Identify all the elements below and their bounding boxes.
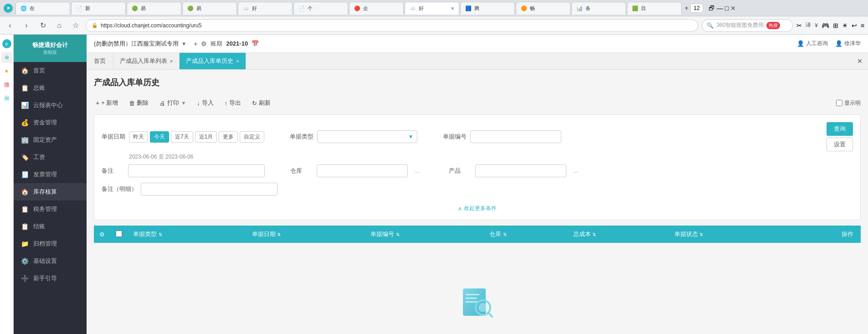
currency-icon[interactable]: ¥: [815, 22, 818, 29]
translate-icon[interactable]: 译: [806, 21, 811, 29]
minimize-icon[interactable]: —: [717, 5, 723, 12]
browser-tab-4[interactable]: 🟢 易: [182, 2, 237, 15]
refresh-button[interactable]: ↻: [36, 19, 49, 32]
breadcrumb-home[interactable]: 首页: [87, 53, 113, 69]
browser-tab-1[interactable]: 🌐 在: [15, 2, 70, 15]
browser-tab-12[interactable]: 🟩 目: [627, 2, 682, 15]
browser-tab-7[interactable]: 🔴 企: [349, 2, 404, 15]
browser-tab-9[interactable]: 🟦 腾: [460, 2, 515, 15]
sidebar-item-funds[interactable]: 💰 资金管理: [14, 114, 87, 131]
search-bar[interactable]: 🔍 360智能抠图免费用 热搜: [702, 19, 793, 32]
col-status[interactable]: 单据状态 ⇅: [669, 226, 788, 243]
sidebar-item-more[interactable]: ➕ 新手引导: [14, 270, 87, 287]
new-tab-button[interactable]: +: [684, 4, 688, 12]
browser-tab-11[interactable]: 📊 各: [571, 2, 626, 15]
date-today[interactable]: 今天: [150, 131, 169, 143]
select-all-checkbox[interactable]: [116, 231, 122, 237]
date-custom[interactable]: 自定义: [240, 131, 264, 143]
left-icon-mail[interactable]: ✉: [1, 93, 12, 104]
undo-icon[interactable]: ↩: [852, 22, 857, 29]
tab-count-badge: 12: [690, 4, 703, 13]
show-detail-checkbox[interactable]: [836, 100, 842, 106]
col-type[interactable]: 单据类型 ⇅: [128, 226, 247, 243]
date-1month[interactable]: 近1月: [195, 131, 217, 143]
forward-button[interactable]: ›: [20, 19, 33, 32]
sidebar-item-checkout[interactable]: 📋 结账: [14, 218, 87, 235]
print-button[interactable]: 🖨 打印 ▼: [158, 98, 188, 108]
date-more[interactable]: 更多: [219, 131, 238, 143]
sidebar-item-invoice[interactable]: 🧾 发票管理: [14, 166, 87, 183]
browser-tab-2[interactable]: 📄 新: [71, 2, 126, 15]
user-button[interactable]: 👤 徐泽华: [835, 40, 861, 47]
tab-list[interactable]: 产成品入库单列表 ×: [113, 53, 180, 69]
scissors-icon[interactable]: ✂: [796, 22, 802, 29]
tab-history[interactable]: 产成品入库单历史 ×: [180, 53, 246, 69]
number-input[interactable]: [470, 130, 561, 143]
account-selector[interactable]: (勿删勿禁用）江西服宝测试专用 ▼: [94, 40, 186, 48]
browser-tab-3[interactable]: 🟢 易: [127, 2, 181, 15]
col-type-sort: ⇅: [159, 232, 162, 237]
settings-icon[interactable]: ⚙: [201, 40, 207, 47]
left-icon-2[interactable]: ⊕: [1, 52, 12, 63]
browser-tab-5[interactable]: ☁️ 好: [238, 2, 293, 15]
type-select[interactable]: ▼: [317, 130, 417, 143]
game-icon[interactable]: 🎮: [822, 22, 829, 29]
settings-ext-icon[interactable]: ≡: [861, 22, 864, 29]
col-gear[interactable]: ⚙: [94, 226, 110, 243]
browser-tab-10[interactable]: 🟠 畅: [516, 2, 570, 15]
col-number[interactable]: 单据编号 ⇅: [365, 226, 484, 243]
warehouse-input[interactable]: [317, 164, 408, 177]
delete-button[interactable]: 🗑 删除: [127, 98, 150, 108]
tab-history-close[interactable]: ×: [236, 58, 239, 64]
maximize-icon[interactable]: □: [725, 5, 729, 12]
tab-8-close[interactable]: ✕: [451, 6, 454, 11]
theme-icon[interactable]: ☀: [842, 22, 848, 29]
left-icon-1[interactable]: e: [1, 38, 12, 49]
tab-list-close[interactable]: ×: [170, 58, 173, 64]
add-button[interactable]: + + 新增: [94, 98, 120, 108]
product-input[interactable]: [475, 164, 566, 177]
calendar-icon[interactable]: 📅: [252, 40, 259, 47]
col-warehouse[interactable]: 仓库 ⇅: [484, 226, 567, 243]
settings-button[interactable]: 设置: [827, 138, 853, 151]
export-button[interactable]: ↑ 导出: [223, 98, 243, 108]
back-button[interactable]: ‹: [4, 19, 16, 32]
left-icon-weibo[interactable]: 微: [1, 79, 12, 90]
bookmark-button[interactable]: ☆: [69, 19, 82, 32]
remark-input[interactable]: [128, 164, 265, 177]
sidebar-item-payroll[interactable]: 🏷️ 工资: [14, 149, 87, 166]
sidebar-item-basic[interactable]: ⚙️ 基础设置: [14, 252, 87, 270]
warehouse-ellipsis[interactable]: ...: [411, 168, 423, 174]
sidebar-item-tax[interactable]: 📋 税务管理: [14, 200, 87, 218]
url-bar[interactable]: 🔒 https://cloud.chanjet.com/accounting/u…: [86, 19, 698, 32]
import-button[interactable]: ↓ 导入: [195, 98, 216, 108]
browser-tab-8[interactable]: ☁️ 好 ✕: [405, 2, 459, 15]
browser-tab-6[interactable]: 📄 个: [293, 2, 348, 15]
product-ellipsis[interactable]: ...: [570, 168, 582, 174]
sidebar-item-fixed[interactable]: 🏢 固定资产: [14, 131, 87, 149]
query-button[interactable]: 查询: [827, 122, 853, 136]
col-checkbox[interactable]: [110, 226, 128, 243]
col-date[interactable]: 单据日期 ⇅: [247, 226, 365, 243]
sidebar-item-ledger[interactable]: 📋 总账: [14, 79, 87, 97]
tab-close-button[interactable]: ✕: [852, 53, 868, 69]
add-account-button[interactable]: +: [194, 40, 197, 47]
service-button[interactable]: 👤 人工咨询: [797, 40, 828, 47]
refresh-button[interactable]: ↻ 刷新: [250, 98, 272, 108]
grid-icon[interactable]: ⊞: [833, 22, 838, 29]
tab-list-text: 产成品入库单列表: [120, 57, 167, 65]
date-yesterday[interactable]: 昨天: [129, 131, 148, 143]
collapse-button[interactable]: ∧ 收起更多条件: [458, 205, 497, 212]
sidebar-item-archive[interactable]: 📁 归档管理: [14, 235, 87, 252]
detail-remark-input[interactable]: [141, 183, 277, 195]
date-7days[interactable]: 近7天: [171, 131, 193, 143]
restore-window-icon[interactable]: 🗗: [709, 5, 715, 12]
sidebar-item-home[interactable]: 🏠 首页: [14, 62, 87, 79]
left-icon-star[interactable]: ★: [1, 66, 12, 77]
sidebar-item-reports[interactable]: 📊 云报表中心: [14, 97, 87, 114]
col-total-cost[interactable]: 总成本 ⇅: [568, 226, 669, 243]
sidebar-item-inventory[interactable]: 🏠 库存核算: [14, 183, 87, 200]
service-icon: 👤: [797, 40, 804, 47]
home-button[interactable]: ⌂: [53, 19, 66, 32]
close-window-icon[interactable]: ✕: [730, 5, 736, 12]
